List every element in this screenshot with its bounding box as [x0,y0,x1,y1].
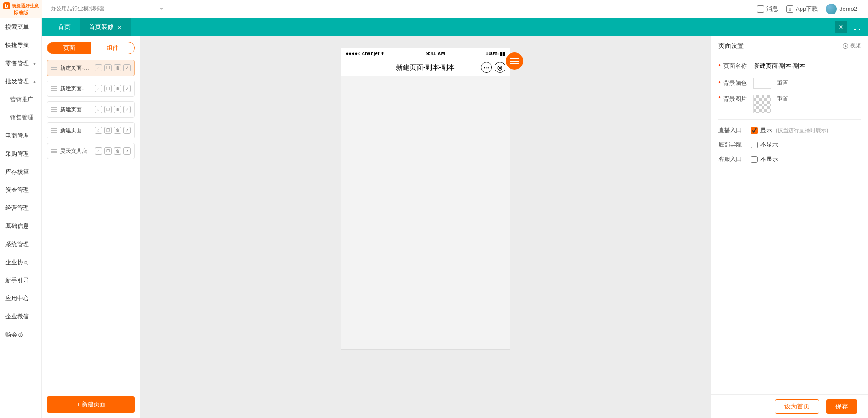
bottom-nav-checkbox[interactable]: 不显示 [751,141,778,149]
page-item-name: 新建页面 [60,127,92,134]
sidebar-item[interactable]: 快捷导航 [0,36,41,54]
new-page-button[interactable]: + 新建页面 [47,396,135,413]
sidebar-item[interactable]: 搜索菜单 [0,18,41,36]
share-icon[interactable]: ↗ [123,64,131,71]
live-entry-label: 直播入口 [718,126,751,134]
user-menu[interactable]: demo2 [826,4,857,14]
drag-handle-icon[interactable] [51,86,57,91]
sidebar-item[interactable]: 企业协同 [0,253,41,271]
save-button[interactable]: 保存 [826,399,857,414]
sidebar-item[interactable]: 批发管理▴ [0,72,41,90]
tab-close-all[interactable]: × [835,21,847,33]
page-item[interactable]: 新建页面-副本-... ⌂ ❐ 🗑 ↗ [47,60,135,76]
bottom-nav-label: 底部导航 [718,141,751,149]
phone-statusbar: ●●●●○ chanjet ᯤ 9:41 AM 100% ▮▮ [341,48,510,58]
sidebar-item[interactable]: 基础信息 [0,217,41,235]
segment-page[interactable]: 页面 [47,42,91,54]
copy-icon[interactable]: ❐ [104,106,112,113]
page-item[interactable]: 新建页面-副本 ⌂❐🗑↗ [47,81,135,97]
sidebar-item[interactable]: 畅会员 [0,326,41,344]
phone-menu-icon[interactable]: ⋯ [481,62,492,73]
share-icon[interactable]: ↗ [123,147,131,155]
live-entry-checkbox[interactable]: 显示 [751,126,772,134]
tab-home[interactable]: 首页 [49,18,80,36]
page-item[interactable]: 新建页面 ⌂❐🗑↗ [47,101,135,118]
page-item[interactable]: 新建页面 ⌂❐🗑↗ [47,122,135,138]
sidebar-item[interactable]: 企业微信 [0,308,41,326]
phone-navbar: 新建页面-副本-副本 ⋯ ◎ [341,58,510,76]
live-entry-hint: (仅当进行直播时展示) [776,127,828,134]
phone-icon: ▯ [786,5,793,13]
copy-icon[interactable]: ❐ [104,85,112,92]
settings-title: 页面设置 [718,42,744,50]
arrow-down-icon: ▾ [33,61,36,66]
bg-image-picker[interactable] [753,95,771,113]
phone-target-icon[interactable]: ◎ [495,62,505,73]
message-icon: ⋯ [757,5,764,13]
segment-control: 页面 组件 [47,42,135,54]
delete-icon[interactable]: 🗑 [114,127,121,134]
home-icon[interactable]: ⌂ [95,147,102,155]
close-icon[interactable]: × [118,24,122,31]
service-entry-label: 客服入口 [718,155,751,163]
drag-handle-icon[interactable] [51,149,57,153]
home-icon[interactable]: ⌂ [95,85,102,92]
phone-body[interactable] [341,76,510,349]
phone-carrier: ●●●●○ chanjet ᯤ [346,51,386,56]
home-icon[interactable]: ⌂ [95,106,102,113]
fullscreen-icon[interactable]: ⛶ [851,21,863,33]
sidebar-item[interactable]: 新手引导 [0,271,41,290]
drag-handle-icon[interactable] [51,66,57,70]
bg-color-label: 背景颜色 [723,79,753,87]
ledger-select[interactable]: 办公用品行业模拟账套 [51,5,164,13]
bg-image-reset[interactable]: 重置 [777,95,788,103]
share-icon[interactable]: ↗ [123,85,131,92]
drag-handle-icon[interactable] [51,107,57,112]
sidebar-item[interactable]: 零售管理▾ [0,54,41,72]
sidebar-subitem[interactable]: 销售管理 [0,109,41,127]
bg-color-reset[interactable]: 重置 [777,79,788,87]
page-item[interactable]: 昊天文具店 ⌂❐🗑↗ [47,143,135,159]
page-item-name: 昊天文具店 [60,147,92,155]
sidebar-item[interactable]: 系统管理 [0,235,41,253]
sidebar-item[interactable]: 应用中心 [0,290,41,308]
phone-battery: 100% ▮▮ [486,51,505,57]
sidebar-item[interactable]: 经营管理 [0,199,41,217]
chevron-down-icon [159,8,164,10]
page-list-panel: 页面 组件 新建页面-副本-... ⌂ ❐ 🗑 ↗ [42,36,140,418]
service-entry-checkbox[interactable]: 不显示 [751,155,778,163]
copy-icon[interactable]: ❐ [104,64,112,71]
delete-icon[interactable]: 🗑 [114,85,121,92]
share-icon[interactable]: ↗ [123,106,131,113]
tab-strip: 首页 首页装修 × × ⛶ [42,18,868,36]
messages-link[interactable]: ⋯ 消息 [757,5,778,13]
sidebar-item[interactable]: 资金管理 [0,181,41,199]
arrow-up-icon: ▴ [33,79,36,84]
sidebar-item[interactable]: 电商管理 [0,127,41,145]
settings-panel: 页面设置 视频 * 页面名称 * 背景颜色 重置 [711,36,868,418]
video-help[interactable]: 视频 [843,42,861,50]
component-drawer-button[interactable] [506,52,523,70]
share-icon[interactable]: ↗ [123,127,131,134]
set-home-button[interactable]: 设为首页 [775,399,819,414]
home-icon[interactable]: ⌂ [95,127,102,134]
bg-color-swatch[interactable] [753,78,771,89]
delete-icon[interactable]: 🗑 [114,106,121,113]
copy-icon[interactable]: ❐ [104,147,112,155]
app-download-link[interactable]: ▯ App下载 [786,5,818,13]
drag-handle-icon[interactable] [51,128,57,133]
topbar: b 畅捷通好生意 标准版 办公用品行业模拟账套 ⋯ 消息 ▯ App下载 dem… [0,0,868,18]
copy-icon[interactable]: ❐ [104,127,112,134]
home-icon[interactable]: ⌂ [95,64,102,71]
segment-component[interactable]: 组件 [91,42,134,54]
sidebar-item[interactable]: 库存核算 [0,163,41,181]
sidebar-subitem[interactable]: 营销推广 [0,90,41,109]
page-name-input[interactable] [753,61,861,71]
delete-icon[interactable]: 🗑 [114,64,121,71]
delete-icon[interactable]: 🗑 [114,147,121,155]
ledger-name: 办公用品行业模拟账套 [51,5,105,13]
sidebar-item[interactable]: 采购管理 [0,145,41,163]
settings-footer: 设为首页 保存 [711,394,868,418]
divider [718,119,861,120]
tab-decorator[interactable]: 首页装修 × [80,18,131,36]
